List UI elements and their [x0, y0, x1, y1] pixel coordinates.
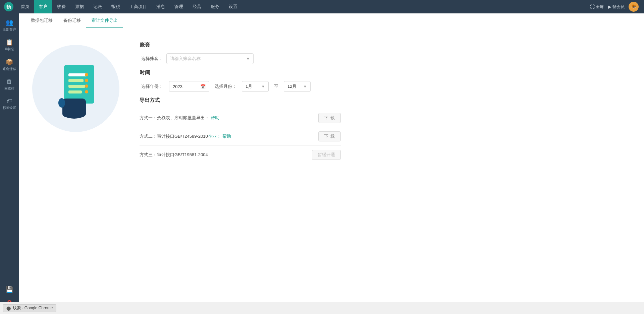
account-select-chevron: ▼	[246, 57, 250, 61]
help-link-1[interactable]: 帮助	[211, 115, 219, 120]
svg-point-8	[85, 79, 88, 82]
svg-rect-5	[68, 85, 85, 88]
section-time-title: 时间	[140, 69, 341, 76]
nav-fee[interactable]: 收费	[52, 0, 70, 13]
svg-rect-2	[64, 65, 94, 104]
download-button-2[interactable]: 下 载	[318, 131, 341, 141]
section-export-title: 导出方式	[140, 97, 341, 104]
taskbar-item-label: 线索 - Google Chrome	[13, 305, 53, 311]
nav-operation[interactable]: 经营	[188, 0, 206, 13]
export-method-1: 方式一：余额表、序时账批量导出：帮助 下 载	[140, 109, 341, 127]
svg-point-13	[58, 98, 65, 108]
tab-bar: 数据包迁移 备份迁移 审计文件导出	[19, 13, 644, 28]
illustration-circle	[32, 45, 119, 132]
tab-data-migration[interactable]: 数据包迁移	[25, 13, 58, 28]
export-method-2-text: 方式二：审计接口GB/T24589-2010企业：帮助	[140, 133, 231, 139]
svg-point-10	[85, 90, 88, 93]
account-row: 选择账套： 请输入账套名称 ▼	[140, 53, 341, 64]
sidebar: 👥 全部客户 📋 0申报 📦 账套迁移 🗑 回收站 🏷 标签设置 💾 ❓	[0, 13, 19, 314]
declare-icon: 📋	[6, 39, 13, 46]
tab-backup-migration[interactable]: 备份迁移	[58, 13, 86, 28]
svg-text:畅: 畅	[6, 4, 11, 9]
month-start-chevron: ▼	[261, 84, 265, 88]
coming-soon-button-3: 暂缓开通	[312, 150, 341, 160]
sidebar-item-tag-settings[interactable]: 🏷 标签设置	[0, 95, 19, 113]
taskbar: ⬤ 线索 - Google Chrome	[0, 302, 644, 314]
nav-tax[interactable]: 报税	[107, 0, 125, 13]
sidebar-item-all-customers[interactable]: 👥 全部客户	[0, 16, 19, 35]
recycle-icon: 🗑	[6, 78, 12, 85]
chrome-icon: ⬤	[6, 306, 11, 311]
month-end-value: 12月	[287, 83, 297, 89]
top-navigation: 畅 首页 客户 收费 票据 记账 报税 工商项目 消息 管理 经营 服务 设置 …	[0, 0, 644, 13]
user-avatar[interactable]: 🐯	[629, 2, 639, 12]
taskbar-chrome-item[interactable]: ⬤ 线索 - Google Chrome	[3, 304, 56, 312]
export-method-2: 方式二：审计接口GB/T24589-2010企业：帮助 下 载	[140, 127, 341, 146]
main-layout: 👥 全部客户 📋 0申报 📦 账套迁移 🗑 回收站 🏷 标签设置 💾 ❓ 数据包…	[0, 13, 644, 314]
member-button[interactable]: ▶ 畅会员	[608, 4, 625, 10]
content-area: 数据包迁移 备份迁移 审计文件导出	[19, 13, 644, 314]
account-placeholder: 请输入账套名称	[170, 56, 201, 62]
svg-rect-6	[68, 90, 82, 93]
export-method-3: 方式三：审计接口GB/T19581-2004 暂缓开通	[140, 146, 341, 164]
time-separator: 至	[274, 83, 278, 89]
calendar-icon: 📅	[200, 84, 206, 89]
tag-icon: 🏷	[6, 98, 12, 105]
sidebar-download-icon[interactable]: 💾	[0, 283, 19, 296]
nav-service[interactable]: 服务	[206, 0, 224, 13]
illustration-svg	[46, 55, 106, 122]
month-end-select[interactable]: 12月 ▼	[284, 81, 311, 92]
year-input[interactable]: 2023 📅	[169, 81, 209, 92]
year-label: 选择年份：	[140, 83, 163, 89]
month-label: 选择月份：	[215, 83, 236, 89]
fullscreen-button[interactable]: ⛶ 全屏	[590, 4, 604, 10]
svg-rect-4	[68, 79, 84, 82]
illustration-area	[32, 38, 119, 304]
svg-point-7	[85, 73, 88, 76]
help-link-2[interactable]: 帮助	[222, 134, 231, 139]
export-method-3-text: 方式三：审计接口GB/T19581-2004	[140, 152, 208, 158]
account-label: 选择账套：	[140, 56, 163, 62]
nav-manage[interactable]: 管理	[170, 0, 188, 13]
migration-icon: 📦	[6, 58, 13, 66]
top-nav-right: ⛶ 全屏 ▶ 畅会员 🐯	[590, 2, 644, 12]
month-start-select[interactable]: 1月 ▼	[242, 81, 269, 92]
tab-audit-export[interactable]: 审计文件导出	[86, 13, 123, 28]
svg-point-9	[85, 84, 88, 88]
customers-icon: 👥	[6, 19, 13, 26]
company-link-2[interactable]: 企业：	[208, 134, 221, 139]
sidebar-item-account-migration[interactable]: 📦 账套迁移	[0, 56, 19, 74]
account-select[interactable]: 请输入账套名称 ▼	[166, 53, 254, 64]
nav-invoice[interactable]: 票据	[70, 0, 89, 13]
download-button-1[interactable]: 下 载	[318, 113, 341, 123]
nav-customer[interactable]: 客户	[34, 0, 52, 13]
year-value: 2023	[173, 84, 182, 89]
nav-business[interactable]: 工商项目	[125, 0, 152, 13]
page-content: 账套 选择账套： 请输入账套名称 ▼ 时间 选择年份： 2023 📅	[19, 28, 644, 314]
sidebar-item-zero-declare[interactable]: 📋 0申报	[0, 36, 19, 54]
nav-menu: 首页 客户 收费 票据 记账 报税 工商项目 消息 管理 经营 服务 设置	[16, 0, 590, 13]
svg-rect-12	[62, 99, 86, 117]
month-end-chevron: ▼	[303, 84, 307, 88]
time-row: 选择年份： 2023 📅 选择月份： 1月 ▼ 至 12月 ▼	[140, 81, 341, 92]
svg-rect-3	[68, 73, 87, 76]
nav-settings[interactable]: 设置	[224, 0, 242, 13]
month-start-value: 1月	[246, 83, 252, 89]
sidebar-item-recycle[interactable]: 🗑 回收站	[0, 75, 19, 93]
nav-bookkeeping[interactable]: 记账	[89, 0, 107, 13]
export-method-1-text: 方式一：余额表、序时账批量导出：帮助	[140, 115, 219, 121]
nav-home[interactable]: 首页	[16, 0, 34, 13]
section-account-title: 账套	[140, 42, 341, 49]
nav-message[interactable]: 消息	[152, 0, 170, 13]
app-logo[interactable]: 畅	[3, 1, 15, 13]
form-area: 账套 选择账套： 请输入账套名称 ▼ 时间 选择年份： 2023 📅	[140, 38, 341, 304]
